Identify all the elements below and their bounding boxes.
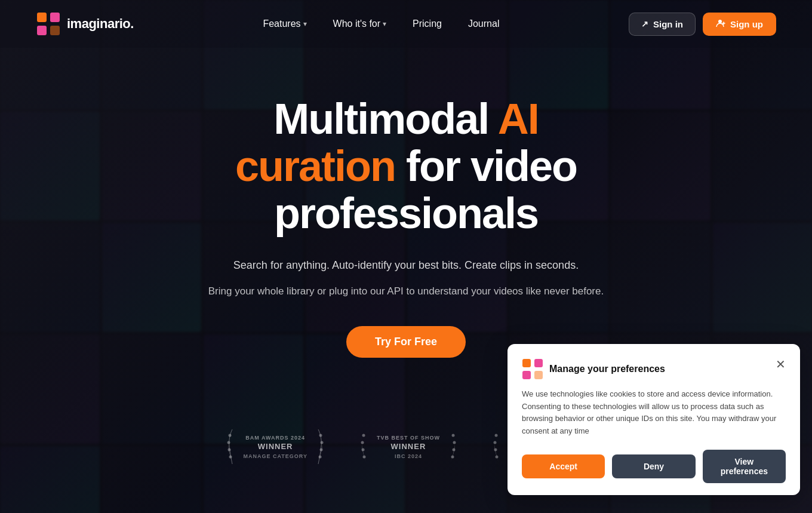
svg-point-23: [494, 448, 497, 451]
svg-point-17: [451, 434, 454, 437]
svg-point-9: [319, 434, 322, 437]
nav-actions: ↗ Sign in Sign up: [629, 13, 776, 36]
svg-point-12: [318, 455, 321, 458]
svg-point-16: [362, 455, 365, 458]
svg-rect-31: [522, 371, 531, 379]
cookie-body-text: We use technologies like cookies to stor…: [522, 388, 786, 438]
deny-button[interactable]: Deny: [612, 454, 695, 478]
svg-point-19: [452, 448, 455, 451]
cookie-title: Manage your preferences: [549, 364, 665, 374]
svg-point-21: [494, 434, 497, 437]
navbar: imaginario. Features ▾ Who it's for ▾ Pr…: [0, 0, 812, 48]
svg-rect-0: [37, 13, 47, 22]
cookie-actions: Accept Deny View preferences: [522, 450, 786, 483]
svg-point-5: [229, 434, 232, 437]
svg-point-13: [362, 434, 365, 437]
svg-point-4: [718, 20, 722, 23]
person-add-icon: [716, 19, 725, 30]
svg-point-7: [228, 448, 231, 451]
nav-links: Features ▾ Who it's for ▾ Pricing Journa…: [252, 13, 510, 35]
svg-point-20: [451, 455, 454, 458]
svg-rect-32: [534, 371, 543, 379]
accept-button[interactable]: Accept: [522, 454, 605, 478]
chevron-down-icon: ▾: [383, 20, 386, 28]
try-for-free-button[interactable]: Try For Free: [346, 326, 466, 358]
bottom-section-peek: Search within your: [0, 495, 812, 513]
cookie-logo-title: Manage your preferences: [522, 358, 665, 380]
award-bam-winner: BaM Awards 2024 WINNER Manage Category: [226, 423, 324, 471]
svg-rect-3: [50, 26, 60, 35]
logo-text: imaginario.: [67, 16, 134, 32]
cookie-close-button[interactable]: ✕: [776, 358, 786, 370]
hero-section: Multimodal AI curation for video profess…: [0, 48, 812, 394]
svg-rect-29: [522, 359, 531, 367]
logo[interactable]: imaginario.: [36, 11, 134, 36]
nav-features[interactable]: Features ▾: [252, 13, 317, 35]
nav-who-its-for[interactable]: Who it's for ▾: [322, 13, 398, 35]
svg-point-22: [493, 441, 496, 444]
view-preferences-button[interactable]: View preferences: [703, 450, 786, 483]
svg-point-8: [229, 455, 232, 458]
hero-description: Bring your whole library or plug into ou…: [36, 283, 776, 299]
nav-journal[interactable]: Journal: [457, 13, 510, 35]
svg-rect-30: [534, 359, 543, 367]
signin-button[interactable]: ↗ Sign in: [629, 13, 696, 36]
signup-button[interactable]: Sign up: [703, 13, 776, 36]
svg-rect-2: [37, 26, 47, 35]
svg-point-10: [320, 441, 323, 444]
hero-title: Multimodal AI curation for video profess…: [36, 96, 776, 238]
svg-point-18: [453, 441, 456, 444]
svg-rect-1: [50, 13, 60, 22]
external-link-icon: ↗: [641, 19, 648, 29]
nav-pricing[interactable]: Pricing: [402, 13, 453, 35]
bottom-title: Search within your: [36, 507, 776, 513]
award-tvb-winner: TVB Best of Show WINNER IBC 2024: [360, 423, 457, 471]
svg-point-15: [361, 448, 364, 451]
svg-point-6: [227, 441, 230, 444]
cookie-logo-icon: [522, 358, 543, 380]
hero-subtitle: Search for anything. Auto-identify your …: [36, 257, 776, 274]
logo-icon: [36, 11, 61, 36]
svg-point-11: [319, 448, 322, 451]
cookie-header: Manage your preferences ✕: [522, 358, 786, 380]
svg-point-24: [495, 455, 498, 458]
cookie-banner: Manage your preferences ✕ We use technol…: [508, 344, 800, 495]
svg-point-14: [361, 441, 364, 444]
chevron-down-icon: ▾: [303, 20, 307, 28]
